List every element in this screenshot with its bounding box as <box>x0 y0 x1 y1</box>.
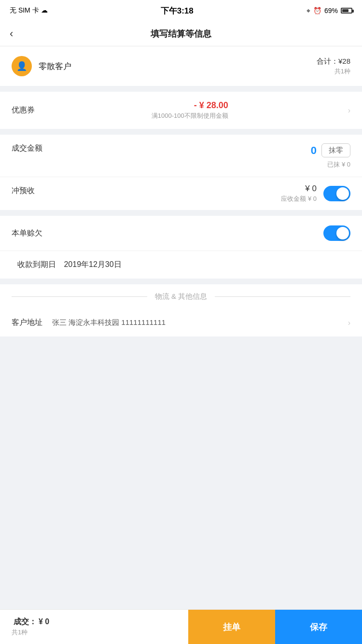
total-count-label: 共1种 <box>317 67 350 76</box>
spacer <box>0 342 362 381</box>
hang-button[interactable]: 挂单 <box>188 610 275 644</box>
status-time: 下午3:18 <box>161 5 194 16</box>
prepaid-right: ¥ 0 应收金额 ¥ 0 <box>281 184 350 203</box>
coupon-description: 满1000-100不限制使用金额 <box>152 112 228 120</box>
bottom-info: 成交：¥ 0 共1种 <box>0 617 188 637</box>
due-date-label: 收款到期日 <box>17 260 56 268</box>
prepaid-sub-label: 应收金额 ¥ 0 <box>281 195 317 203</box>
logistics-section: 物流 & 其他信息 <box>0 284 362 309</box>
coupon-row[interactable]: 优惠券 - ¥ 28.00 满1000-100不限制使用金额 › <box>0 92 362 129</box>
logistics-header: 物流 & 其他信息 <box>0 284 362 309</box>
transaction-card: 成交金额 0 抹零 已抹 ¥ 0 冲预收 ¥ 0 应收金额 ¥ 0 <box>0 135 362 210</box>
bottom-trade-value: ¥ 0 <box>39 617 49 626</box>
address-row[interactable]: 客户地址 张三 海淀永丰科技园 11111111111 › <box>0 309 362 336</box>
debt-label: 本单赊欠 <box>12 228 42 238</box>
prepaid-row: 冲预收 ¥ 0 应收金额 ¥ 0 <box>0 177 362 210</box>
coupon-right: - ¥ 28.00 满1000-100不限制使用金额 <box>152 100 228 120</box>
address-card: 客户地址 张三 海淀永丰科技园 11111111111 › <box>0 309 362 336</box>
amount-row: 成交金额 0 抹零 <box>0 135 362 159</box>
amount-value-wrap: 0 抹零 <box>311 143 350 157</box>
transaction-amount-value: 0 <box>311 144 317 157</box>
prepaid-label: 冲预收 <box>12 184 35 196</box>
back-button[interactable]: ‹ <box>6 24 17 44</box>
amount-label: 成交金额 <box>12 143 42 154</box>
customer-card: 👤 零散客户 合计：¥28 共1种 <box>0 46 362 86</box>
bottom-count-label: 共1种 <box>12 628 177 637</box>
avatar-icon: 👤 <box>16 61 27 71</box>
address-value: 张三 海淀永丰科技园 11111111111 <box>52 318 345 327</box>
customer-row: 👤 零散客户 合计：¥28 共1种 <box>0 46 362 86</box>
coupon-chevron-icon: › <box>348 106 350 115</box>
address-chevron-icon: › <box>348 319 350 327</box>
customer-summary: 合计：¥28 共1种 <box>317 57 350 76</box>
alarm-icon: ⏰ <box>313 7 321 14</box>
prepaid-toggle[interactable] <box>323 186 350 201</box>
prepaid-amounts: ¥ 0 应收金额 ¥ 0 <box>281 184 317 203</box>
status-right: ⌖ ⏰ 69% <box>306 7 352 15</box>
page-title: 填写结算等信息 <box>151 28 211 40</box>
coupon-label: 优惠券 <box>12 105 35 115</box>
coupon-card: 优惠券 - ¥ 28.00 满1000-100不限制使用金额 › <box>0 92 362 129</box>
coupon-discount-value: - ¥ 28.00 <box>152 100 228 111</box>
customer-left: 👤 零散客户 <box>12 56 71 76</box>
bottom-bar: 成交：¥ 0 共1种 挂单 保存 <box>0 609 362 644</box>
prepaid-value: ¥ 0 <box>281 184 317 194</box>
main-content: 👤 零散客户 合计：¥28 共1种 优惠券 - ¥ 28.00 满1000-10… <box>0 46 362 381</box>
total-amount-label: 合计：¥28 <box>317 57 350 66</box>
left-divider-line <box>12 296 147 297</box>
status-bar: 无 SIM 卡 ☁ 下午3:18 ⌖ ⏰ 69% <box>0 0 362 21</box>
status-left: 无 SIM 卡 ☁ <box>10 6 48 15</box>
save-button[interactable]: 保存 <box>275 610 362 644</box>
debt-toggle-knob <box>336 227 349 239</box>
logistics-label: 物流 & 其他信息 <box>147 292 215 301</box>
battery-icon <box>341 8 352 14</box>
address-label: 客户地址 <box>12 318 42 328</box>
already-rounded-label: 已抹 ¥ 0 <box>0 159 362 177</box>
debt-card: 本单赊欠 收款到期日 2019年12月30日 <box>0 216 362 279</box>
avatar: 👤 <box>12 56 32 76</box>
battery-percent: 69% <box>324 7 338 14</box>
bottom-trade-label: 成交：¥ 0 <box>12 617 177 627</box>
customer-name: 零散客户 <box>39 61 71 72</box>
debt-row: 本单赊欠 <box>0 216 362 251</box>
toggle-knob <box>336 187 349 200</box>
nav-bar: ‹ 填写结算等信息 <box>0 21 362 46</box>
right-divider-line <box>215 296 350 297</box>
round-button[interactable]: 抹零 <box>321 143 350 157</box>
due-date-row: 收款到期日 2019年12月30日 <box>0 251 362 279</box>
location-icon: ⌖ <box>306 7 310 15</box>
due-date-value: 2019年12月30日 <box>64 260 121 268</box>
sim-signal: 无 SIM 卡 ☁ <box>10 6 48 15</box>
debt-toggle[interactable] <box>323 225 350 241</box>
